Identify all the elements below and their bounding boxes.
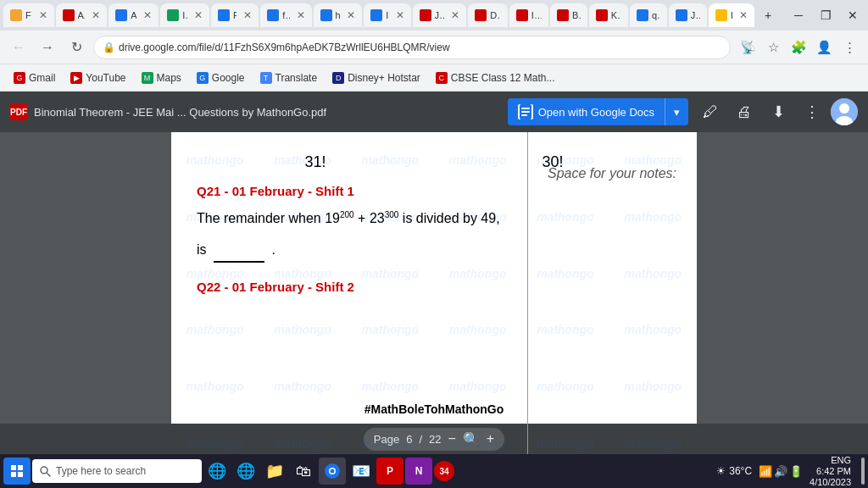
bookmark-maps[interactable]: M Maps bbox=[135, 70, 188, 86]
tab-close-ix[interactable]: ✕ bbox=[739, 9, 748, 21]
tab-bin[interactable]: BIN bbox=[550, 3, 587, 27]
weather-widget[interactable]: ☀ 36°C bbox=[716, 465, 752, 477]
bookmarks-bar: G Gmail ▶ YouTube M Maps G Google T Tran… bbox=[0, 64, 868, 92]
zoom-in-button[interactable]: + bbox=[487, 431, 494, 446]
svg-point-5 bbox=[839, 103, 849, 114]
more-options-icon[interactable]: ⋮ bbox=[797, 97, 827, 127]
taskbar-chrome[interactable] bbox=[319, 458, 346, 485]
reload-button[interactable]: ↻ bbox=[64, 36, 88, 59]
page-num-30: 30! bbox=[542, 153, 563, 171]
taskbar-store[interactable]: 🛍 bbox=[290, 458, 317, 485]
pdf-bottom-bar: Page 6 / 22 − 🔍 + bbox=[0, 424, 868, 454]
puzzle-icon[interactable]: 🧩 bbox=[787, 36, 810, 59]
tab-close-hoo[interactable]: ✕ bbox=[347, 9, 355, 21]
svg-rect-7 bbox=[11, 465, 16, 470]
page-top-numbers: 31! 30! bbox=[197, 149, 671, 184]
bookmark-disney[interactable]: D Disney+ Hotstar bbox=[326, 70, 427, 86]
new-tab-button[interactable]: + bbox=[756, 3, 780, 27]
profile-icon[interactable]: 👤 bbox=[812, 36, 836, 59]
svg-rect-3 bbox=[521, 114, 527, 116]
pdf-toolbar-right: 🖊 🖨 ⬇ ⋮ bbox=[695, 97, 858, 127]
zoom-icon[interactable]: 🔍 bbox=[463, 431, 480, 447]
tab-que[interactable]: que bbox=[630, 3, 667, 27]
page-label: Page bbox=[374, 433, 399, 446]
print-icon[interactable]: 🖨 bbox=[729, 97, 760, 127]
notification-badge: 34 bbox=[434, 461, 454, 481]
cast-icon[interactable]: 📡 bbox=[736, 36, 760, 59]
tab-iitj[interactable]: IIT J bbox=[509, 3, 548, 27]
tab-ifth[interactable]: If th ✕ bbox=[160, 3, 209, 27]
tab-close-for[interactable]: ✕ bbox=[243, 9, 252, 21]
search-placeholder: Type here to search bbox=[56, 465, 146, 477]
volume-icon[interactable]: 🔊 bbox=[774, 465, 787, 478]
system-tray: 📶 🔊 🔋 bbox=[759, 465, 803, 478]
open-with-docs-dropdown-button[interactable]: ▾ bbox=[665, 98, 688, 125]
tab-close-in1[interactable]: ✕ bbox=[396, 9, 404, 21]
taskbar-edge[interactable]: 🌐 bbox=[232, 458, 259, 485]
close-button[interactable]: ✕ bbox=[841, 3, 865, 27]
url-bar[interactable]: 🔒 drive.google.com/file/d/11FzhS6X9m6hpA… bbox=[93, 36, 731, 59]
minimize-button[interactable]: ─ bbox=[787, 3, 810, 27]
clock-time: 6:42 PM bbox=[816, 466, 851, 476]
zoom-out-button[interactable]: − bbox=[448, 431, 456, 446]
tab-close-jee1[interactable]: ✕ bbox=[451, 9, 459, 21]
tab-close-ifth[interactable]: ✕ bbox=[194, 9, 203, 21]
start-button[interactable] bbox=[3, 458, 31, 485]
taskbar: Type here to search 🌐 🌐 📁 🛍 📧 P N 34 ☀ 3… bbox=[0, 454, 868, 488]
annotate-icon[interactable]: 🖊 bbox=[695, 97, 726, 127]
chevron-down-icon: ▾ bbox=[674, 106, 680, 119]
page-num-31: 31! bbox=[304, 153, 326, 171]
user-avatar[interactable] bbox=[831, 98, 858, 125]
clock-date: 4/10/2023 bbox=[810, 477, 851, 487]
page-separator: / bbox=[419, 433, 422, 446]
tab-jee1[interactable]: JEE | ✕ bbox=[413, 3, 467, 27]
download-icon[interactable]: ⬇ bbox=[763, 97, 793, 127]
taskbar-onenote[interactable]: N bbox=[405, 458, 432, 485]
tab-kaj[interactable]: Kajc bbox=[589, 3, 628, 27]
tab-fwd[interactable]: Fwd ✕ bbox=[3, 3, 54, 27]
network-icon[interactable]: 📶 bbox=[759, 465, 772, 478]
pdf-favicon: PDF bbox=[10, 103, 27, 120]
tab-close-awi[interactable]: ✕ bbox=[143, 9, 152, 21]
forward-button[interactable]: → bbox=[36, 36, 59, 59]
tab-ayj[interactable]: AYJ| ✕ bbox=[56, 3, 108, 27]
bookmark-gmail[interactable]: G Gmail bbox=[7, 70, 62, 86]
bookmark-icon[interactable]: ☆ bbox=[761, 36, 785, 59]
tab-hoo[interactable]: hoo ✕ bbox=[314, 3, 363, 27]
taskbar-mail[interactable]: 📧 bbox=[348, 458, 375, 485]
total-pages: 22 bbox=[429, 433, 441, 446]
taskbar-pdf[interactable]: P bbox=[376, 458, 403, 485]
open-with-docs-button[interactable]: Open with Google Docs bbox=[508, 98, 665, 125]
tab-close-fwd[interactable]: ✕ bbox=[39, 9, 47, 21]
hashtag-text: #MathBoleTohMathonGo bbox=[364, 402, 504, 416]
taskbar-search[interactable]: Type here to search bbox=[32, 459, 202, 483]
bookmark-cbse[interactable]: C CBSE Class 12 Math... bbox=[429, 70, 562, 86]
battery-icon[interactable]: 🔋 bbox=[789, 465, 803, 478]
show-desktop-button[interactable] bbox=[861, 458, 865, 485]
q21-line2: is . bbox=[197, 238, 671, 263]
taskbar-widgets[interactable]: 🌐 bbox=[203, 458, 231, 485]
menu-icon[interactable]: ⋮ bbox=[837, 36, 861, 59]
tab-awi[interactable]: A wi ✕ bbox=[108, 3, 159, 27]
taskbar-explorer[interactable]: 📁 bbox=[261, 458, 288, 485]
svg-rect-1 bbox=[521, 108, 530, 109]
tab-jee2[interactable]: JEE bbox=[669, 3, 707, 27]
pdf-content: mathongo mathongo mathongo mathongo math… bbox=[0, 132, 868, 454]
bookmark-translate[interactable]: T Translate bbox=[253, 70, 325, 86]
tab-for[interactable]: For ✕ bbox=[211, 3, 259, 27]
bookmark-google[interactable]: G Google bbox=[190, 70, 252, 86]
tab-close-ayj[interactable]: ✕ bbox=[92, 9, 100, 21]
tab-ix[interactable]: I X ✕ bbox=[709, 3, 754, 27]
back-button[interactable]: ← bbox=[7, 36, 31, 59]
tab-in1[interactable]: In1 ✕ bbox=[364, 3, 410, 27]
restore-button[interactable]: ❐ bbox=[814, 3, 837, 27]
tab-close-form[interactable]: ✕ bbox=[297, 9, 305, 21]
svg-line-12 bbox=[47, 474, 51, 477]
bookmark-youtube[interactable]: ▶ YouTube bbox=[64, 70, 132, 86]
language-indicator: ENG bbox=[831, 455, 851, 465]
current-page: 6 bbox=[406, 433, 412, 446]
page-nav-pill: Page 6 / 22 − 🔍 + bbox=[364, 428, 504, 451]
tab-dow[interactable]: Dow bbox=[468, 3, 508, 27]
tab-form[interactable]: form ✕ bbox=[260, 3, 311, 27]
clock-area[interactable]: ENG 6:42 PM 4/10/2023 bbox=[810, 455, 851, 487]
